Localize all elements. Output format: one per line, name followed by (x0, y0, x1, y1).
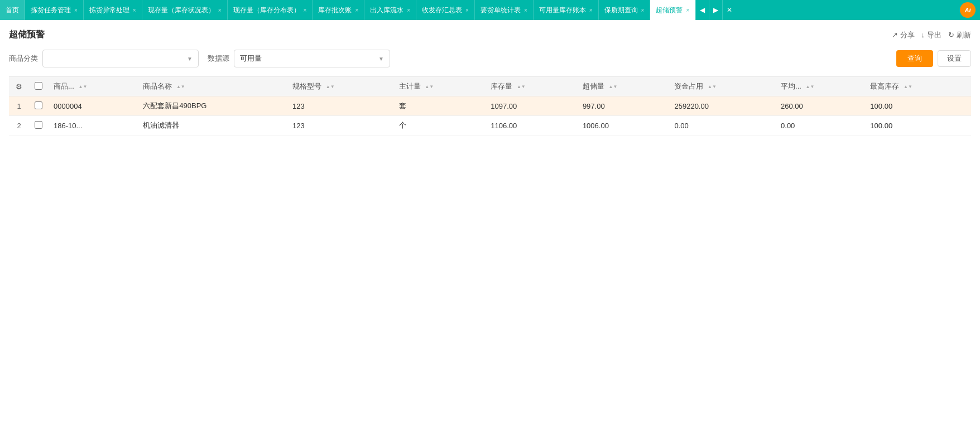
nav-label-exception: 拣货异常处理 (89, 6, 129, 15)
col-label-overstock: 超储量 (583, 82, 604, 90)
nav-label-inventory-dist: 现存量（库存分布表） (233, 6, 300, 15)
col-label-max-stock: 最高库存 (870, 82, 899, 90)
cell-product-code-1: 0000004 (48, 96, 137, 116)
query-button[interactable]: 查询 (896, 50, 933, 67)
close-icon-order-stat[interactable]: × (524, 7, 527, 13)
nav-label-batch: 库存批次账 (318, 6, 352, 15)
cell-unit-2: 个 (393, 116, 486, 135)
share-button[interactable]: ↗ 分享 (892, 30, 915, 40)
col-label-unit: 主计量 (399, 82, 421, 90)
close-icon-summary[interactable]: × (465, 7, 469, 13)
data-table: ⚙ 商品... ▲▼ 商品名称 ▲▼ 规格型号 ▲▼ (9, 76, 971, 135)
cell-max-stock-1: 100.00 (864, 96, 971, 116)
nav-item-order-stat[interactable]: 要货单统计表 × (475, 0, 534, 20)
col-header-unit[interactable]: 主计量 ▲▼ (393, 77, 486, 96)
nav-close-arrow[interactable]: ✕ (722, 0, 736, 20)
col-header-avg[interactable]: 平均... ▲▼ (775, 77, 864, 96)
nav-item-exception[interactable]: 拣货异常处理 × (84, 0, 142, 20)
nav-label-inventory-status: 现存量（库存状况表） (148, 6, 215, 15)
export-icon: ↓ (921, 31, 925, 39)
col-header-stock[interactable]: 库存量 ▲▼ (485, 77, 577, 96)
row-index-1: 1 (9, 96, 29, 116)
close-icon-expiry[interactable]: × (641, 7, 645, 13)
page-header: 超储预警 ↗ 分享 ↓ 导出 ↻ 刷新 (9, 29, 971, 41)
col-label-product-code: 商品... (54, 82, 74, 90)
nav-label-task: 拣货任务管理 (31, 6, 71, 15)
share-label: 分享 (900, 30, 915, 40)
refresh-icon: ↻ (948, 31, 954, 39)
col-label-avg: 平均... (781, 82, 801, 90)
nav-bar: 首页 拣货任务管理 × 拣货异常处理 × 现存量（库存状况表） × 现存量（库存… (0, 0, 980, 20)
nav-right-arrow[interactable]: ▶ (709, 0, 722, 20)
col-header-spec[interactable]: 规格型号 ▲▼ (287, 77, 393, 96)
cell-avg-1: 260.00 (775, 96, 864, 116)
chevron-down-icon-category: ▼ (187, 56, 193, 62)
nav-label-home: 首页 (6, 6, 19, 15)
page-title: 超储预警 (9, 29, 45, 41)
row-index-2: 2 (9, 116, 29, 135)
nav-item-expiry[interactable]: 保质期查询 × (599, 0, 651, 20)
row-select-checkbox-2[interactable] (35, 121, 42, 129)
nav-item-batch[interactable]: 库存批次账 × (313, 0, 364, 20)
sort-icon-spec: ▲▼ (326, 85, 335, 89)
col-label-product-name: 商品名称 (143, 82, 172, 90)
nav-item-flow[interactable]: 出入库流水 × (364, 0, 416, 20)
col-header-capital[interactable]: 资金占用 ▲▼ (669, 77, 775, 96)
nav-item-home[interactable]: 首页 (0, 0, 25, 20)
nav-label-summary: 收发存汇总表 (422, 6, 462, 15)
nav-label-overstock: 超储预警 (656, 6, 683, 15)
settings-button[interactable]: 设置 (938, 50, 971, 67)
sort-icon-overstock: ▲▼ (609, 85, 618, 89)
nav-item-inventory-status[interactable]: 现存量（库存状况表） × (142, 0, 228, 20)
cell-spec-1: 123 (287, 96, 393, 116)
export-button[interactable]: ↓ 导出 (921, 30, 942, 40)
sort-icon-unit: ▲▼ (425, 85, 434, 89)
col-label-spec: 规格型号 (292, 82, 321, 90)
nav-label-order-stat: 要货单统计表 (481, 6, 521, 15)
nav-item-available[interactable]: 可用量库存账本 × (534, 0, 599, 20)
sort-icon-product-code: ▲▼ (78, 85, 87, 89)
close-icon-overstock[interactable]: × (686, 7, 689, 13)
export-label: 导出 (927, 30, 941, 40)
col-header-product-name[interactable]: 商品名称 ▲▼ (137, 77, 287, 96)
close-icon-available[interactable]: × (589, 7, 593, 13)
cell-capital-2: 0.00 (669, 116, 775, 135)
cell-product-code-2: 186-10... (48, 116, 137, 135)
cell-stock-2: 1106.00 (485, 116, 577, 135)
filter-datasource: 数据源 可用量 ▼ (208, 50, 390, 67)
nav-item-task[interactable]: 拣货任务管理 × (25, 0, 84, 20)
category-select[interactable]: ▼ (42, 50, 199, 67)
close-icon-batch[interactable]: × (355, 7, 358, 13)
close-icon-task[interactable]: × (74, 7, 78, 13)
close-icon-exception[interactable]: × (133, 7, 136, 13)
refresh-button[interactable]: ↻ 刷新 (948, 30, 971, 40)
cell-avg-2: 0.00 (775, 116, 864, 135)
col-header-product-code[interactable]: 商品... ▲▼ (48, 77, 137, 96)
cell-spec-2: 123 (287, 116, 393, 135)
close-icon-inventory-dist[interactable]: × (304, 7, 307, 13)
filter-row: 商品分类 ▼ 数据源 可用量 ▼ 查询 设置 (9, 50, 971, 67)
col-header-max-stock[interactable]: 最高库存 ▲▼ (864, 77, 971, 96)
sort-icon-stock: ▲▼ (517, 85, 526, 89)
datasource-select[interactable]: 可用量 ▼ (234, 50, 390, 67)
sort-icon-max-stock: ▲▼ (904, 85, 912, 89)
top-right-nav: Ai (960, 2, 980, 18)
nav-item-inventory-dist[interactable]: 现存量（库存分布表） × (228, 0, 313, 20)
nav-label-expiry: 保质期查询 (604, 6, 638, 15)
close-icon-flow[interactable]: × (407, 7, 410, 13)
gear-icon[interactable]: ⚙ (16, 83, 22, 91)
nav-left-arrow[interactable]: ◀ (695, 0, 709, 20)
user-avatar: Ai (960, 2, 976, 18)
cell-stock-1: 1097.00 (485, 96, 577, 116)
close-icon-inventory-status[interactable]: × (218, 7, 222, 13)
filter-buttons: 查询 设置 (896, 50, 971, 67)
chevron-down-icon-datasource: ▼ (378, 56, 384, 62)
select-all-checkbox[interactable] (35, 82, 42, 90)
checkbox-column-header (29, 77, 48, 96)
sort-icon-capital: ▲▼ (708, 85, 717, 89)
table-header-row: ⚙ 商品... ▲▼ 商品名称 ▲▼ 规格型号 ▲▼ (9, 77, 971, 96)
nav-item-overstock[interactable]: 超储预警 × (650, 0, 695, 20)
row-select-checkbox-1[interactable] (35, 101, 42, 109)
col-header-overstock[interactable]: 超储量 ▲▼ (577, 77, 669, 96)
nav-item-summary[interactable]: 收发存汇总表 × (416, 0, 475, 20)
